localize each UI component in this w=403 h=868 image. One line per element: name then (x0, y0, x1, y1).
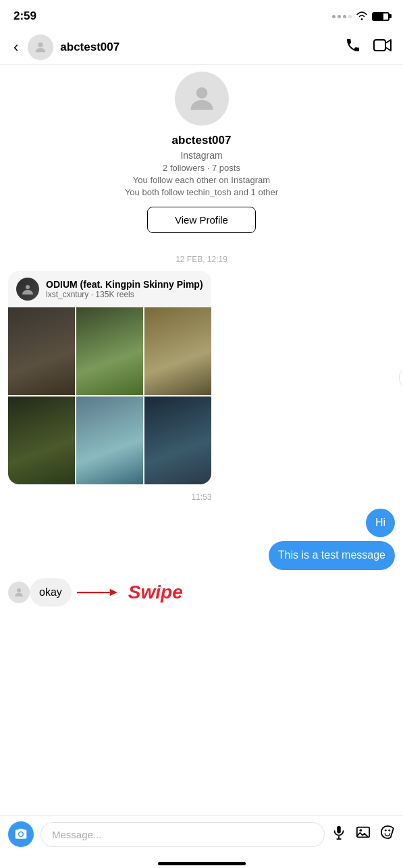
home-bar (158, 862, 246, 865)
profile-avatar (175, 72, 229, 126)
message-bubble-okay: okay (30, 578, 72, 607)
video-call-icon[interactable] (373, 38, 392, 56)
svg-point-3 (26, 285, 30, 289)
wifi-icon (356, 11, 368, 22)
page: 2:59 ‹ abctest007 (0, 0, 403, 868)
call-icon[interactable] (345, 37, 361, 57)
reel-cell-5 (76, 397, 143, 484)
profile-stats: 2 followers · 7 posts (163, 163, 240, 173)
message-row-hi: Hi (8, 509, 395, 537)
reel-cell-3 (144, 307, 211, 395)
back-button[interactable]: ‹ (11, 36, 21, 59)
reel-header: ODIUM (feat. Kingpin Skinny Pimp) lxst_c… (8, 271, 211, 307)
signal-dots-icon (332, 15, 352, 18)
profile-section: abctest007 Instagram 2 followers · 7 pos… (0, 65, 403, 247)
profile-follow-status: You follow each other on Instagram (133, 175, 270, 185)
profile-platform: Instagram (180, 150, 222, 161)
reel-info: ODIUM (feat. Kingpin Skinny Pimp) lxst_c… (46, 279, 203, 300)
svg-rect-1 (374, 40, 385, 51)
reel-grid (8, 307, 211, 484)
message-bubble-hi: Hi (366, 509, 395, 537)
message-input[interactable]: Message... (41, 822, 325, 847)
reel-wrapper: ODIUM (feat. Kingpin Skinny Pimp) lxst_c… (8, 271, 395, 484)
chat-header: ‹ abctest007 (0, 30, 403, 65)
view-profile-button[interactable]: View Profile (147, 207, 256, 233)
svg-point-11 (360, 829, 362, 832)
svg-point-13 (388, 829, 390, 832)
status-icons (332, 11, 389, 22)
battery-icon (372, 12, 389, 21)
svg-point-4 (17, 588, 21, 592)
header-avatar (28, 34, 53, 60)
status-bar: 2:59 (0, 0, 403, 30)
swipe-label: Swipe (128, 582, 183, 603)
timestamp-2: 11:53 (8, 492, 395, 502)
input-bar: Message... (0, 815, 403, 852)
reel-subtitle: lxst_cxntury · 135K reels (46, 290, 203, 299)
svg-rect-7 (337, 826, 341, 834)
input-actions (331, 825, 395, 844)
reel-cell-4 (8, 397, 75, 484)
share-reel-button[interactable] (399, 365, 403, 390)
svg-point-2 (196, 87, 207, 99)
mic-icon[interactable] (331, 825, 346, 844)
camera-button[interactable] (8, 821, 34, 847)
reel-title: ODIUM (feat. Kingpin Skinny Pimp) (46, 279, 203, 290)
timestamp-1: 12 FEB, 12:19 (8, 255, 395, 264)
reel-avatar (16, 278, 39, 301)
svg-point-0 (38, 42, 43, 47)
swipe-row: okay Swipe (8, 578, 395, 607)
photo-icon[interactable] (356, 825, 371, 844)
received-avatar (8, 582, 30, 603)
reel-cell-1 (8, 307, 75, 395)
reel-cell-6 (144, 397, 211, 484)
message-bubble-test: This is a test message (269, 541, 395, 569)
home-indicator (0, 857, 403, 868)
reel-card[interactable]: ODIUM (feat. Kingpin Skinny Pimp) lxst_c… (8, 271, 211, 484)
header-username[interactable]: abctest007 (60, 41, 345, 54)
swipe-arrow (77, 584, 117, 601)
chat-area: 12 FEB, 12:19 ODIUM (feat. Kingpin Skinn… (0, 247, 403, 617)
svg-point-12 (385, 829, 387, 832)
svg-marker-6 (110, 589, 117, 596)
status-time: 2:59 (14, 9, 36, 23)
reel-cell-2 (76, 307, 143, 395)
sticker-icon[interactable] (380, 825, 395, 844)
profile-username: abctest007 (172, 134, 232, 147)
header-actions (345, 37, 392, 57)
message-row-test: This is a test message (8, 541, 395, 569)
profile-mutual: You both follow techin_tosh and 1 other (125, 187, 278, 197)
